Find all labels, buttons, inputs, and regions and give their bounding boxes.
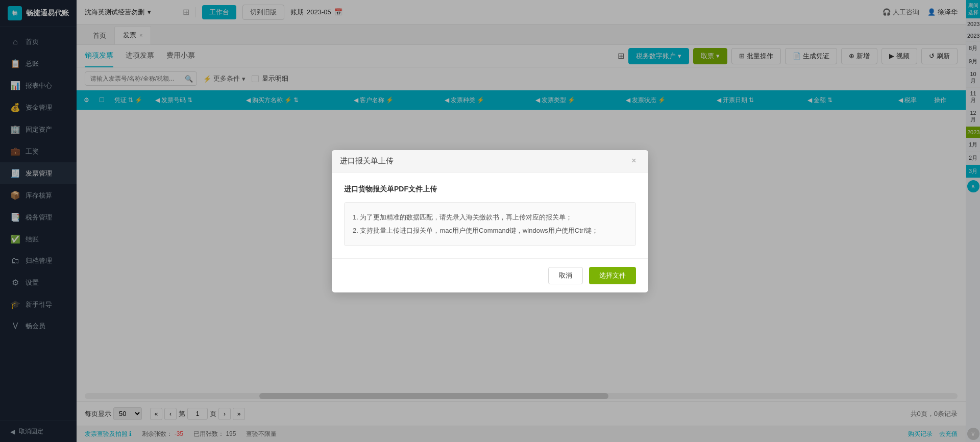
dialog-cancel-button[interactable]: 取消 (548, 267, 583, 284)
dialog-upload-title: 进口货物报关单PDF文件上传 (344, 185, 636, 194)
dialog-choose-file-button[interactable]: 选择文件 (589, 267, 636, 284)
dialog-info-item-1: 1. 为了更加精准的数据匹配，请先录入海关缴款书，再上传对应的报关单； (353, 211, 627, 224)
dialog-title: 进口报关单上传 (340, 156, 394, 166)
dialog-body: 进口货物报关单PDF文件上传 1. 为了更加精准的数据匹配，请先录入海关缴款书，… (332, 173, 648, 258)
dialog-overlay: 进口报关单上传 × 进口货物报关单PDF文件上传 1. 为了更加精准的数据匹配，… (0, 0, 980, 442)
import-customs-dialog: 进口报关单上传 × 进口货物报关单PDF文件上传 1. 为了更加精准的数据匹配，… (332, 150, 648, 292)
dialog-info-box: 1. 为了更加精准的数据匹配，请先录入海关缴款书，再上传对应的报关单； 2. 支… (344, 202, 636, 246)
dialog-footer: 取消 选择文件 (332, 258, 648, 292)
dialog-close-button[interactable]: × (628, 155, 640, 167)
dialog-info-item-2: 2. 支持批量上传进口报关单，mac用户使用Command键，windows用户… (353, 224, 627, 237)
dialog-header: 进口报关单上传 × (332, 150, 648, 173)
